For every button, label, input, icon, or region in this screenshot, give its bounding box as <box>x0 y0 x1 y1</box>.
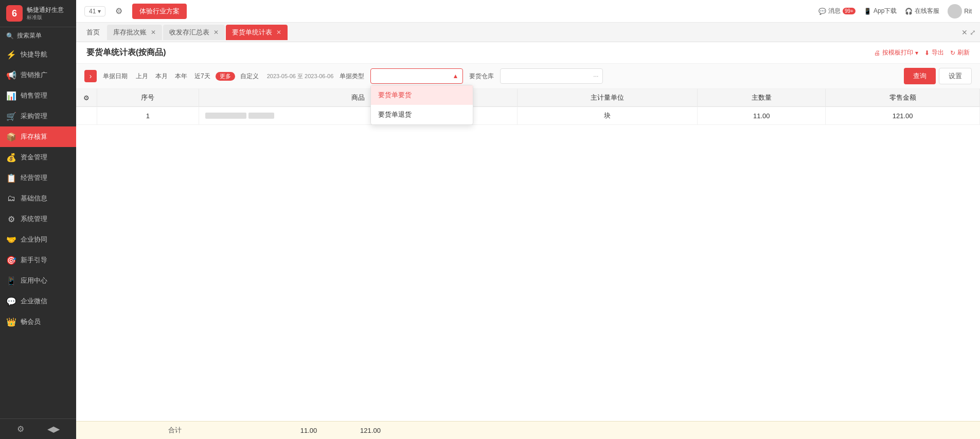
filter-expand-button[interactable]: › <box>84 70 97 82</box>
breadcrumb-select[interactable]: 41 ▾ <box>84 6 105 16</box>
trial-button[interactable]: 体验行业方案 <box>132 4 187 19</box>
footer-total-label: 合计 <box>123 426 226 435</box>
guide-icon: 🎯 <box>6 255 16 265</box>
user-menu[interactable]: Rit <box>948 4 972 19</box>
row-unit: 块 <box>517 107 697 125</box>
download-icon: 📱 <box>864 8 871 15</box>
product-name-placeholder <box>205 113 246 119</box>
type-select-arrow: ▲ <box>452 72 458 80</box>
header-right: 💬 消息 99+ 📱 App下载 🎧 在线客服 Rit <box>818 4 972 19</box>
sidebar-item-label: 资金管理 <box>21 153 47 162</box>
type-dropdown-menu: 要货单要货 要货单退货 <box>370 85 473 125</box>
dropdown-option-order[interactable]: 要货单要货 <box>371 85 473 105</box>
filter-bar: › 单据日期 上月 本月 本年 近7天 更多 自定义 2023-05-06 至 … <box>76 64 980 89</box>
footer-main-qty: 11.00 <box>278 427 340 434</box>
app-download-button[interactable]: 📱 App下载 <box>864 7 897 15</box>
avatar <box>948 4 962 19</box>
sidebar-item-label: 新手引导 <box>21 255 47 265</box>
sidebar: 6 畅捷通好生意 标准版 🔍 搜索菜单 ⚡ 快捷导航 📢 营销推广 📊 销售管理… <box>0 0 76 439</box>
type-filter-label: 单据类型 <box>340 72 364 81</box>
search-label: 搜索菜单 <box>17 31 42 40</box>
table-settings-header[interactable]: ⚙ <box>76 89 97 107</box>
tab-close-icon[interactable]: ✕ <box>151 29 156 36</box>
tab-close-icon[interactable]: ✕ <box>213 29 219 36</box>
sidebar-item-guide[interactable]: 🎯 新手引导 <box>0 250 76 270</box>
finance-icon: 💰 <box>6 152 16 162</box>
tab-close-all-icon[interactable]: ✕ <box>961 28 968 36</box>
sidebar-item-member[interactable]: 👑 畅会员 <box>0 312 76 332</box>
sidebar-item-purchase[interactable]: 🛒 采购管理 <box>0 106 76 126</box>
more-dates-btn[interactable]: 更多 <box>216 72 235 81</box>
sidebar-item-label: 应用中心 <box>21 276 47 285</box>
page-title: 要货单统计表(按商品) <box>86 47 166 58</box>
tab-close-active-icon[interactable]: ✕ <box>276 29 281 36</box>
online-service-button[interactable]: 🎧 在线客服 <box>905 7 939 15</box>
sidebar-item-system[interactable]: ⚙ 系统管理 <box>0 209 76 229</box>
cooperation-icon: 🤝 <box>6 234 16 245</box>
breadcrumb-num: 41 <box>89 8 96 15</box>
sidebar-item-app-center[interactable]: 📱 应用中心 <box>0 270 76 291</box>
export-button[interactable]: ⬇ 导出 <box>924 48 944 57</box>
tab-receipt-summary[interactable]: 收发存汇总表 ✕ <box>163 25 225 40</box>
table-col-retail-amt: 零售金额 <box>826 89 980 107</box>
table-row: 1 块 11.00 121.00 <box>76 107 980 125</box>
this-year-btn[interactable]: 本年 <box>173 71 189 82</box>
sidebar-item-basic[interactable]: 🗂 基础信息 <box>0 188 76 209</box>
page-header: 要货单统计表(按商品) 🖨 按模板打印 ▾ ⬇ 导出 ↻ 刷新 <box>76 42 980 64</box>
print-template-button[interactable]: 🖨 按模板打印 ▾ <box>874 48 918 57</box>
app-download-label: App下载 <box>874 7 897 15</box>
export-icon: ⬇ <box>924 49 930 57</box>
sidebar-item-sales[interactable]: 📊 销售管理 <box>0 85 76 106</box>
refresh-button[interactable]: ↻ 刷新 <box>950 48 970 57</box>
sidebar-item-label: 系统管理 <box>21 214 47 224</box>
header-settings-button[interactable]: ⚙ <box>112 4 126 19</box>
page-actions: 🖨 按模板打印 ▾ ⬇ 导出 ↻ 刷新 <box>874 48 970 57</box>
custom-date-btn[interactable]: 自定义 <box>238 71 261 82</box>
sidebar-item-inventory[interactable]: 📦 库存核算 <box>0 126 76 147</box>
last-7-days-btn[interactable]: 近7天 <box>192 71 212 82</box>
sidebar-search[interactable]: 🔍 搜索菜单 <box>0 27 76 44</box>
message-icon: 💬 <box>818 8 826 15</box>
quick-nav-icon: ⚡ <box>6 49 16 60</box>
username: Rit <box>964 8 972 15</box>
warehouse-filter-label: 要货仓库 <box>469 72 494 81</box>
tab-order-stats[interactable]: 要货单统计表 ✕ <box>226 25 288 40</box>
sidebar-item-finance[interactable]: 💰 资金管理 <box>0 147 76 168</box>
refresh-label: 刷新 <box>957 48 970 57</box>
sidebar-item-wechat[interactable]: 💬 企业微信 <box>0 291 76 312</box>
print-label: 按模板打印 <box>882 48 913 57</box>
row-settings-cell <box>76 107 97 125</box>
table-body: 1 块 11.00 121.00 <box>76 107 980 125</box>
tab-home[interactable]: 首页 <box>80 25 106 40</box>
tab-label: 库存批次账 <box>113 28 147 37</box>
top-header: 41 ▾ ⚙ 体验行业方案 💬 消息 99+ 📱 App下载 🎧 在线客服 <box>76 0 980 23</box>
sidebar-item-label: 企业协同 <box>21 235 47 244</box>
app-logo: 6 畅捷通好生意 标准版 <box>0 0 76 27</box>
date-quick-btns: 上月 本月 本年 近7天 更多 自定义 <box>134 71 261 82</box>
sales-icon: 📊 <box>6 90 16 101</box>
settings-footer-icon[interactable]: ⚙ <box>17 424 24 434</box>
settings-button[interactable]: 设置 <box>939 68 972 84</box>
dropdown-option-return[interactable]: 要货单退货 <box>371 105 473 124</box>
row-retail-amt: 121.00 <box>826 107 980 125</box>
this-month-btn[interactable]: 本月 <box>153 71 170 82</box>
table-header-row: ⚙ 序号 商品 主计量单位 主数量 零售金额 <box>76 89 980 107</box>
table-col-unit: 主计量单位 <box>517 89 697 107</box>
sidebar-item-cooperation[interactable]: 🤝 企业协同 <box>0 229 76 250</box>
type-select[interactable]: ▲ <box>370 68 463 84</box>
query-button[interactable]: 查询 <box>904 68 936 84</box>
sidebar-item-operation[interactable]: 📋 经营管理 <box>0 168 76 188</box>
warehouse-more-icon: ··· <box>593 72 598 80</box>
app-center-icon: 📱 <box>6 276 16 286</box>
sidebar-item-quick-nav[interactable]: ⚡ 快捷导航 <box>0 44 76 65</box>
refresh-icon: ↻ <box>950 49 955 57</box>
system-icon: ⚙ <box>6 214 16 224</box>
basic-icon: 🗂 <box>6 193 16 204</box>
tab-maximize-icon[interactable]: ⤢ <box>970 28 976 36</box>
collapse-icon[interactable]: ◀▶ <box>47 424 60 434</box>
tab-inventory-batch[interactable]: 库存批次账 ✕ <box>107 25 162 40</box>
message-button[interactable]: 💬 消息 99+ <box>818 7 856 15</box>
last-month-btn[interactable]: 上月 <box>134 71 150 82</box>
warehouse-select[interactable]: ··· <box>500 68 603 84</box>
sidebar-item-marketing[interactable]: 📢 营销推广 <box>0 65 76 85</box>
